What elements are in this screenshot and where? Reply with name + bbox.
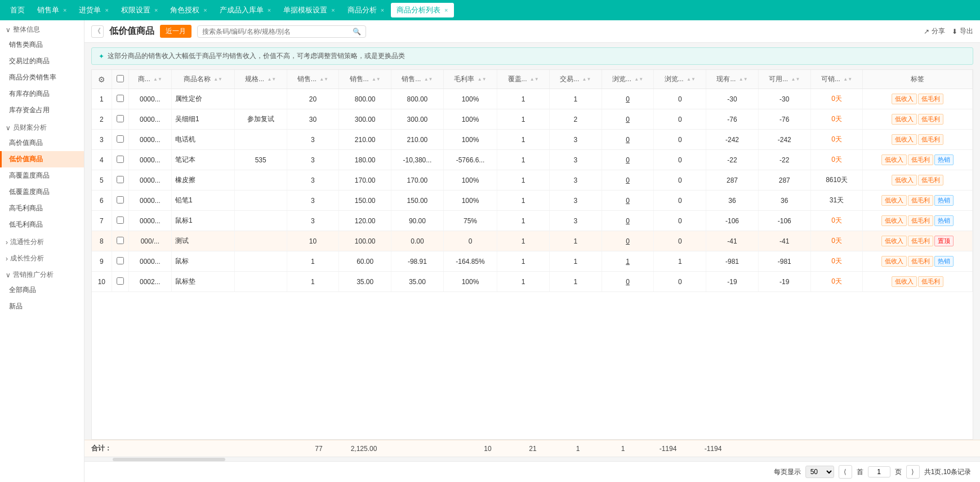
col-name[interactable]: 商品名称 ▲▼ [172, 70, 235, 89]
cell-checkbox[interactable] [112, 130, 128, 150]
sidebar-item-category-rate[interactable]: 商品分类销售率 [0, 69, 84, 86]
col-browse1[interactable]: 浏览... ▲▼ [602, 70, 654, 89]
page-number-input[interactable] [868, 466, 890, 477]
nav-purchase-close[interactable]: × [105, 7, 108, 14]
sidebar-item-high-coverage[interactable]: 高覆盖度商品 [0, 167, 84, 184]
sidebar-item-high-value[interactable]: 高价值商品 [0, 135, 84, 151]
cell-checkbox[interactable] [112, 211, 128, 231]
cell-checkbox[interactable] [112, 191, 128, 211]
cell-checkbox[interactable] [112, 150, 128, 170]
column-settings-icon[interactable]: ⚙ [98, 75, 105, 84]
sidebar-item-new-goods[interactable]: 新品 [0, 298, 84, 315]
sidebar-group-circulation[interactable]: › 流通性分析 [0, 233, 84, 249]
cell-browse1[interactable]: 0 [602, 89, 654, 109]
nav-sales-close[interactable]: × [63, 7, 66, 14]
search-input[interactable] [202, 28, 349, 36]
sidebar-group-growth[interactable]: › 成长性分析 [0, 249, 84, 266]
row-checkbox-0[interactable] [117, 95, 124, 102]
sidebar-item-traded-goods[interactable]: 交易过的商品 [0, 53, 84, 69]
nav-template[interactable]: 单据模板设置 × [278, 3, 340, 17]
nav-permissions[interactable]: 权限设置 × [115, 3, 163, 17]
sidebar-item-low-value[interactable]: 低价值商品 [0, 151, 84, 167]
row-checkbox-9[interactable] [117, 277, 124, 285]
browse-link[interactable]: 0 [626, 217, 630, 225]
export-button[interactable]: ⬇ 导出 [952, 26, 973, 36]
data-table-container[interactable]: ⚙ 商... ▲▼ 商品名称 ▲▼ 规格... ▲▼ 销售... ▲▼ 销售..… [91, 69, 973, 440]
col-current[interactable]: 现有... ▲▼ [706, 70, 759, 89]
col-margin[interactable]: 毛利率 ▲▼ [443, 70, 497, 89]
sidebar-item-stock-funds[interactable]: 库存资金占用 [0, 102, 84, 118]
nav-product-storage[interactable]: 产成品入库单 × [214, 3, 277, 17]
cell-checkbox[interactable] [112, 251, 128, 272]
cell-checkbox[interactable] [112, 109, 128, 130]
sidebar-item-stock-goods[interactable]: 有库存的商品 [0, 86, 84, 102]
next-page-button[interactable]: ⟩ [906, 465, 920, 479]
sidebar-item-all-goods[interactable]: 全部商品 [0, 282, 84, 298]
row-checkbox-1[interactable] [117, 115, 124, 122]
select-all-checkbox[interactable] [117, 75, 124, 82]
col-browse2[interactable]: 浏览... ▲▼ [654, 70, 706, 89]
row-checkbox-2[interactable] [117, 135, 124, 143]
browse-link[interactable]: 0 [626, 156, 630, 164]
time-filter-button[interactable]: 近一月 [160, 25, 191, 38]
nav-analysis-list-close[interactable]: × [444, 7, 448, 14]
cell-browse1[interactable]: 0 [602, 150, 654, 170]
search-icon[interactable]: 🔍 [353, 28, 361, 36]
row-checkbox-4[interactable] [117, 176, 124, 183]
browse-link[interactable]: 0 [626, 278, 630, 286]
sidebar-item-sales-goods[interactable]: 销售类商品 [0, 37, 84, 53]
cell-checkbox[interactable] [112, 272, 128, 292]
col-sale2[interactable]: 销售... ▲▼ [339, 70, 391, 89]
row-checkbox-6[interactable] [117, 216, 124, 224]
cell-checkbox[interactable] [112, 231, 128, 251]
first-page-button[interactable]: ⟨ [839, 465, 852, 479]
browse-link[interactable]: 1 [626, 258, 630, 266]
horizontal-scrollbar[interactable] [84, 457, 980, 461]
nav-analysis-list[interactable]: 商品分析列表 × [391, 3, 453, 17]
col-gear[interactable]: ⚙ [92, 70, 112, 89]
nav-roles-close[interactable]: × [203, 7, 207, 14]
sidebar-group-marketing[interactable]: ∨ 营销推广分析 [0, 266, 84, 282]
nav-roles[interactable]: 角色授权 × [164, 3, 212, 17]
col-coverage[interactable]: 覆盖... ▲▼ [497, 70, 550, 89]
sidebar-item-low-margin[interactable]: 低毛利商品 [0, 216, 84, 233]
cell-browse1[interactable]: 1 [602, 251, 654, 272]
cell-browse1[interactable]: 0 [602, 130, 654, 150]
nav-analysis[interactable]: 商品分析 × [342, 3, 390, 17]
nav-template-close[interactable]: × [331, 7, 335, 14]
col-code[interactable]: 商... ▲▼ [128, 70, 171, 89]
row-checkbox-5[interactable] [117, 196, 124, 204]
sidebar-item-high-margin[interactable]: 高毛利商品 [0, 200, 84, 216]
browse-link[interactable]: 0 [626, 237, 630, 245]
cell-browse1[interactable]: 0 [602, 170, 654, 191]
nav-sales[interactable]: 销售单 × [32, 3, 72, 17]
browse-link[interactable]: 0 [626, 116, 630, 123]
col-saleable[interactable]: 可销... ▲▼ [810, 70, 863, 89]
browse-link[interactable]: 0 [626, 95, 630, 103]
cell-browse1[interactable]: 0 [602, 231, 654, 251]
cell-browse1[interactable]: 0 [602, 211, 654, 231]
scrollbar-thumb[interactable] [113, 458, 225, 461]
browse-link[interactable]: 0 [626, 176, 630, 184]
browse-link[interactable]: 0 [626, 197, 630, 205]
cell-browse1[interactable]: 0 [602, 272, 654, 292]
sidebar-item-low-coverage[interactable]: 低覆盖度商品 [0, 184, 84, 200]
nav-analysis-close[interactable]: × [381, 7, 384, 14]
cell-browse1[interactable]: 0 [602, 109, 654, 130]
row-checkbox-3[interactable] [117, 156, 124, 163]
row-checkbox-7[interactable] [117, 237, 124, 244]
browse-link[interactable]: 0 [626, 136, 630, 144]
col-available[interactable]: 可用... ▲▼ [758, 70, 810, 89]
sidebar-group-finance[interactable]: ∨ 员财案分析 [0, 118, 84, 135]
sidebar-group-overall[interactable]: ∨ 整体信息 [0, 20, 84, 37]
nav-home[interactable]: 首页 [5, 3, 30, 17]
cell-browse1[interactable]: 0 [602, 191, 654, 211]
share-button[interactable]: ↗ 分享 [924, 26, 945, 36]
col-sale3[interactable]: 销售... ▲▼ [391, 70, 444, 89]
col-transaction[interactable]: 交易... ▲▼ [549, 70, 602, 89]
col-spec[interactable]: 规格... ▲▼ [234, 70, 287, 89]
nav-purchase[interactable]: 进货单 × [73, 3, 114, 17]
nav-permissions-close[interactable]: × [154, 7, 158, 14]
per-page-select[interactable]: 50 100 200 [805, 466, 834, 478]
col-sale1[interactable]: 销售... ▲▼ [287, 70, 339, 89]
